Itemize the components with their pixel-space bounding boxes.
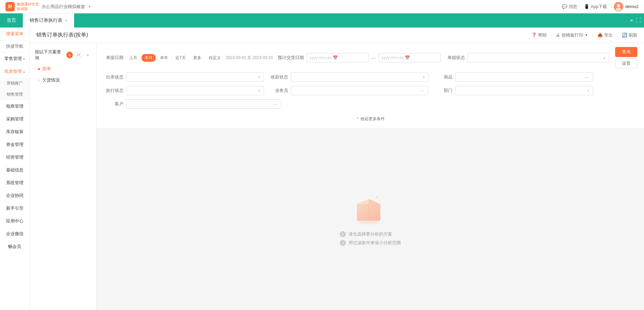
outbound-select[interactable]: ▼	[126, 72, 264, 82]
tab-sales-order[interactable]: 销售订单执行表 ×	[23, 13, 74, 28]
export-button[interactable]: 📤 导出	[597, 32, 613, 38]
date-btn-last-month[interactable]: 上月	[126, 54, 140, 62]
salesman-more-icon[interactable]: ···	[419, 88, 426, 93]
sidebar-item-wechat[interactable]: 企业微信	[0, 227, 29, 240]
expected-date-start[interactable]: yyyy-mm-dd 📅	[307, 53, 369, 62]
date-label: 单据日期	[103, 55, 123, 61]
top-bar-dropdown-icon[interactable]: ▼	[88, 5, 91, 8]
print-dropdown-icon: ▼	[585, 33, 588, 37]
sidebar-item-member[interactable]: 畅会员	[0, 240, 29, 253]
date-btn-last7[interactable]: 近7天	[172, 54, 189, 62]
sidebar-sub-item-sales[interactable]: 销售管理	[0, 89, 29, 100]
sidebar: 搜索菜单 快捷导航 零售管理 ▾ 批发管理 ▴ 营销推广 销售管理 电商管理 采…	[0, 28, 30, 310]
svg-point-1	[617, 4, 620, 7]
panel-section-title: 按以下方案查询 + ⟳ «	[30, 47, 96, 63]
collapse-left-icon: «	[87, 53, 89, 57]
panel-add-button[interactable]: +	[66, 52, 73, 58]
sidebar-item-ecommerce[interactable]: 电商管理	[0, 100, 29, 113]
expected-date-end[interactable]: yyyy-mm-dd 📅	[379, 53, 441, 62]
payment-select[interactable]: ▼	[291, 72, 429, 82]
help-button[interactable]: ❓ 帮助	[531, 32, 547, 38]
user-area[interactable]: demo2	[614, 2, 639, 11]
field-expected-date: 预计交货日期 yyyy-mm-dd 📅 — yyyy-mm-dd	[277, 53, 441, 62]
status-label: 单据状态	[445, 55, 465, 61]
field-payment: 收款状态 ▼	[268, 72, 429, 82]
print-button[interactable]: 🖨 按模板打印 ▼	[556, 32, 588, 38]
field-exec: 执行状态 ▼	[103, 86, 264, 95]
salesman-label: 业务员	[268, 88, 288, 94]
logo-area: 好 畅捷通好生意 标准版	[5, 2, 39, 11]
filter-row-4: 客户 ···	[103, 99, 637, 109]
customer-select[interactable]: ···	[126, 99, 281, 109]
panel-item-欠货情况[interactable]: ○ 欠货情况	[30, 74, 96, 86]
tab-close-icon[interactable]: ×	[65, 18, 67, 23]
chevron-down-icon: ▾	[23, 57, 25, 61]
sidebar-quick-nav[interactable]: 快捷导航	[0, 41, 29, 52]
query-button[interactable]: 查询	[615, 47, 637, 57]
sidebar-item-system[interactable]: 系统管理	[0, 176, 29, 189]
refresh-icon: 🔄	[622, 33, 627, 38]
tab-home[interactable]: 首页	[0, 13, 23, 28]
message-icon: 💬	[562, 4, 567, 9]
salesman-select[interactable]: ···	[291, 86, 429, 95]
sidebar-search-section: 搜索菜单	[0, 28, 29, 41]
sidebar-item-wholesale[interactable]: 批发管理 ▴	[0, 65, 29, 78]
collapse-button[interactable]: ⌃ 收起更多条件	[351, 114, 390, 124]
sidebar-item-cooperation[interactable]: 企业协同	[0, 189, 29, 202]
logo-icon: 好	[5, 2, 15, 11]
sidebar-item-newbie[interactable]: 新手引导	[0, 202, 29, 215]
tab-bar: 首页 销售订单执行表 × × ⛶	[0, 13, 644, 28]
goods-select[interactable]: ···	[455, 72, 593, 82]
setting-button[interactable]: 设置	[615, 58, 637, 68]
date-shortcuts: 上月 本月 本年 近7天 更多 自定义	[126, 54, 224, 62]
exec-dropdown-icon: ▼	[258, 89, 261, 93]
customer-more-icon[interactable]: ···	[272, 101, 278, 107]
calendar-icon: 📅	[333, 55, 338, 60]
main-layout: 搜索菜单 快捷导航 零售管理 ▾ 批发管理 ▴ 营销推广 销售管理 电商管理 采…	[0, 28, 644, 310]
help-icon: ❓	[531, 33, 537, 38]
svg-point-2	[616, 8, 621, 11]
avatar	[614, 2, 623, 11]
svg-point-8	[380, 200, 381, 201]
exec-select[interactable]: ▼	[126, 86, 264, 95]
collapse-icon: ⌃	[356, 117, 359, 121]
panel-collapse-button[interactable]: «	[85, 52, 91, 58]
refresh-button[interactable]: 🔄 刷新	[622, 32, 637, 38]
dept-dropdown-icon: ▼	[587, 89, 590, 93]
tab-bar-right: × ⛶	[630, 17, 644, 24]
window-close-icon[interactable]: ×	[630, 17, 633, 24]
sidebar-sub-item-marketing[interactable]: 营销推广	[0, 78, 29, 89]
date-btn-this-year[interactable]: 本年	[157, 54, 171, 62]
sidebar-item-basic[interactable]: 基础信息	[0, 164, 29, 176]
sidebar-item-operations[interactable]: 经营管理	[0, 151, 29, 164]
panel-item-按单[interactable]: ● 按单	[30, 63, 96, 74]
logo-text: 畅捷通好生意 标准版	[17, 2, 39, 11]
goods-more-icon[interactable]: ···	[583, 74, 590, 80]
app-download-action[interactable]: 📱 App下载	[584, 4, 607, 10]
date-btn-more[interactable]: 更多	[190, 54, 204, 62]
main-content: 按以下方案查询 + ⟳ « ● 按单 ○ 欠货情况	[30, 43, 644, 310]
sidebar-quick-nav-section: 快捷导航	[0, 41, 29, 52]
message-action[interactable]: 💬 消息	[562, 4, 577, 10]
sidebar-search[interactable]: 搜索菜单	[0, 28, 29, 40]
sidebar-item-retail[interactable]: 零售管理 ▾	[0, 52, 29, 65]
refresh-small-icon: ⟳	[77, 53, 80, 57]
dept-select[interactable]: ▼	[455, 86, 593, 95]
panel-refresh-button[interactable]: ⟳	[75, 52, 82, 58]
sidebar-item-purchase[interactable]: 采购管理	[0, 113, 29, 125]
svg-point-10	[359, 220, 379, 224]
sidebar-item-apps[interactable]: 应用中心	[0, 215, 29, 227]
sidebar-item-inventory[interactable]: 库存核算	[0, 125, 29, 138]
svg-marker-5	[369, 199, 380, 204]
sidebar-item-finance[interactable]: 资金管理	[0, 138, 29, 151]
date-btn-this-month[interactable]: 本月	[142, 54, 156, 62]
avatar-image	[614, 2, 623, 11]
panel-item-active-icon: ●	[38, 66, 40, 71]
window-maximize-icon[interactable]: ⛶	[636, 17, 641, 23]
filter-section: 单据日期 上月 本月 本年 近7天 更多 自定义	[97, 43, 644, 128]
date-btn-custom[interactable]: 自定义	[206, 54, 224, 62]
field-outbound: 出库状态 ▼	[103, 72, 264, 82]
field-customer: 客户 ···	[103, 99, 281, 109]
status-select[interactable]: ∨	[468, 53, 608, 62]
filter-row-3: 执行状态 ▼ 业务员 ···	[103, 86, 637, 95]
